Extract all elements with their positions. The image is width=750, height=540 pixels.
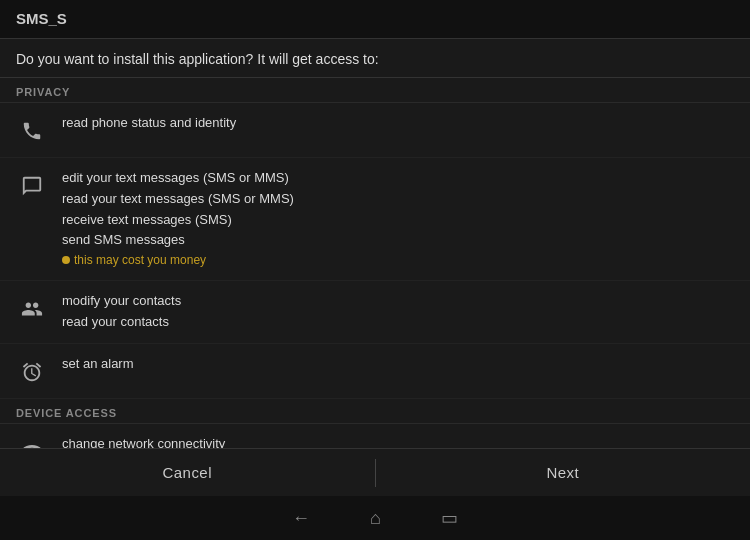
alarm-permissions: set an alarm [62, 354, 134, 375]
sms-icon [16, 170, 48, 202]
permission-alarm: set an alarm [0, 344, 750, 399]
bottom-bar: Cancel Next [0, 448, 750, 496]
perm-send-sms: send SMS messages [62, 230, 294, 251]
nav-bar: ← ⌂ ▭ [0, 496, 750, 540]
perm-modify-contacts: modify your contacts [62, 291, 181, 312]
perm-read-sms: read your text messages (SMS or MMS) [62, 189, 294, 210]
permission-sms: edit your text messages (SMS or MMS) rea… [0, 158, 750, 281]
permission-phone: read phone status and identity [0, 103, 750, 158]
permission-contacts: modify your contacts read your contacts [0, 281, 750, 344]
phone-icon [16, 115, 48, 147]
warning-dot [62, 256, 70, 264]
perm-phone-status: read phone status and identity [62, 113, 236, 134]
perm-alarm: set an alarm [62, 354, 134, 375]
home-button[interactable]: ⌂ [370, 508, 381, 529]
perm-receive-sms: receive text messages (SMS) [62, 210, 294, 231]
back-button[interactable]: ← [292, 508, 310, 529]
install-question: Do you want to install this application?… [0, 39, 750, 78]
next-button[interactable]: Next [376, 449, 751, 496]
perm-edit-sms: edit your text messages (SMS or MMS) [62, 168, 294, 189]
section-device-access: DEVICE ACCESS [0, 399, 750, 424]
alarm-icon [16, 356, 48, 388]
recents-button[interactable]: ▭ [441, 507, 458, 529]
perm-read-contacts: read your contacts [62, 312, 181, 333]
phone-permissions: read phone status and identity [62, 113, 236, 134]
contacts-icon [16, 293, 48, 325]
contacts-permissions: modify your contacts read your contacts [62, 291, 181, 333]
wifi-icon [16, 436, 48, 448]
sms-permissions: edit your text messages (SMS or MMS) rea… [62, 168, 294, 270]
permissions-list: PRIVACY read phone status and identity e… [0, 78, 750, 448]
section-privacy: PRIVACY [0, 78, 750, 103]
cancel-button[interactable]: Cancel [0, 449, 375, 496]
title-bar: SMS_S [0, 0, 750, 39]
perm-cost-warning: this may cost you money [62, 251, 294, 270]
perm-change-network: change network connectivity [62, 434, 262, 448]
permission-wifi: change network connectivity connect and … [0, 424, 750, 448]
wifi-permissions: change network connectivity connect and … [62, 434, 262, 448]
app-title: SMS_S [16, 10, 67, 27]
